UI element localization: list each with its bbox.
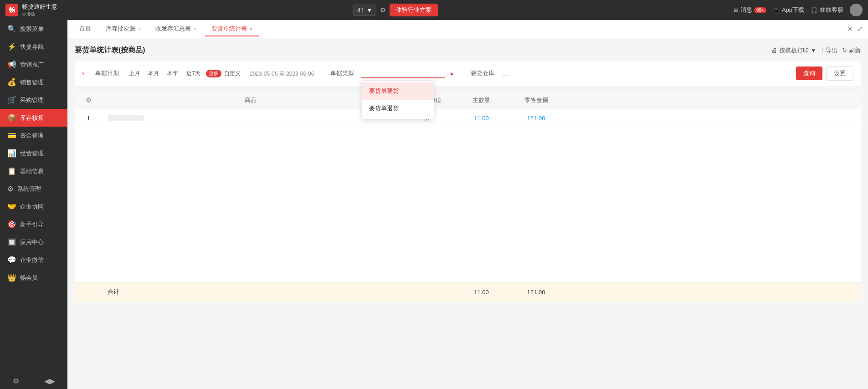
settings-button[interactable]: 设置 [826, 66, 853, 81]
topbar-gear-icon[interactable]: ⚙ [380, 6, 386, 14]
online-service-item[interactable]: 🎧 在线客服 [811, 6, 843, 14]
filter-row: › 单据日期 上月 本月 本年 近7天 更多 自定义 2023-05-06 至 … [82, 66, 853, 81]
date-btn-this-month[interactable]: 本月 [145, 69, 162, 78]
tab-首页[interactable]: 首页 [73, 22, 98, 36]
sidebar-item-库存核算[interactable]: 📦库存核算 [0, 109, 67, 127]
tab-要货单统计表[interactable]: 要货单统计表× [205, 22, 259, 36]
tab-bar: 首页库存批次账×收发存汇总表×要货单统计表× ✕ ⤢ [67, 20, 868, 38]
download-icon: 📱 [773, 7, 780, 14]
type-selector[interactable]: ▲ [361, 69, 454, 78]
sidebar-item-经营管理[interactable]: 📊经营管理 [0, 144, 67, 162]
sidebar-item-畅会员[interactable]: 👑畅会员 [0, 269, 67, 287]
trial-button[interactable]: 体验行业方案 [390, 4, 438, 16]
total-unit [400, 282, 454, 302]
tab-close-icon[interactable]: × [194, 26, 196, 31]
sidebar-item-企业微信[interactable]: 💬企业微信 [0, 251, 67, 269]
column-settings-icon[interactable]: ⚙ [86, 96, 92, 104]
th-amount: 零售金额 [509, 92, 564, 109]
sidebar-label: 经营管理 [20, 149, 44, 158]
sidebar-icon: 💳 [7, 131, 16, 140]
tab-close-icon[interactable]: × [250, 26, 252, 31]
total-row: 合计 11.00 121.00 [75, 282, 861, 302]
total-empty-1 [75, 282, 102, 302]
topbar-left: 畅 畅捷通好生意 标准版 [5, 3, 57, 17]
amount-link[interactable]: 121.00 [527, 115, 545, 122]
sidebar-item-销售管理[interactable]: 💰销售管理 [0, 73, 67, 91]
type-input[interactable] [361, 69, 445, 78]
sidebar-item-基础信息[interactable]: 📋基础信息 [0, 162, 67, 180]
date-btn-last-month[interactable]: 上月 [126, 69, 143, 78]
total-label: 合计 [102, 282, 400, 302]
cell-index: 1 [75, 109, 102, 127]
sidebar-item-系统管理[interactable]: ⚙系统管理 [0, 180, 67, 198]
date-btn-this-year[interactable]: 本年 [164, 69, 181, 78]
page-content: 要货单统计表(按商品) 🖨 按模板打印 ▼ ↑ 导出 ↻ 刷新 [67, 38, 868, 389]
type-dropdown-menu: 要货单要货 要货单退货 [361, 80, 434, 119]
topbar: 畅 畅捷通好生意 标准版 41 ▼ ⚙ 体验行业方案 ✉ 消息 99+ 📱 Ap… [0, 0, 868, 20]
warehouse-more-icon[interactable]: … [502, 69, 509, 77]
date-btn-last-7days[interactable]: 近7天 [184, 69, 203, 78]
sidebar-item-资金管理[interactable]: 💳资金管理 [0, 127, 67, 144]
sidebar-label: 系统管理 [17, 185, 41, 193]
date-range-display: 2023-05-06 至 2023-06-06 [250, 70, 314, 78]
tab-库存批次账[interactable]: 库存批次账× [99, 22, 147, 36]
tab-close-icon[interactable]: × [138, 26, 141, 31]
avatar[interactable] [850, 4, 863, 16]
tab-label: 要货单统计表 [211, 25, 247, 33]
messages-item[interactable]: ✉ 消息 99+ [734, 6, 766, 14]
sidebar-scroll: 🔍搜索菜单⚡快捷导航📢营销推广💰销售管理🛒采购管理📦库存核算💳资金管理📊经营管理… [0, 20, 67, 373]
topbar-right: ✉ 消息 99+ 📱 App下载 🎧 在线客服 [734, 4, 863, 16]
date-btn-more[interactable]: 更多 [206, 70, 221, 77]
dropdown-option-1[interactable]: 要货单要货 [362, 82, 434, 100]
type-dropdown-arrow[interactable]: ▲ [449, 70, 454, 77]
th-settings[interactable]: ⚙ [75, 92, 102, 109]
th-product: 商品 [102, 92, 400, 109]
sidebar-icon: 👑 [7, 273, 16, 282]
sidebar-icon: 🤝 [7, 202, 16, 211]
page-header: 要货单统计表(按商品) 🖨 按模板打印 ▼ ↑ 导出 ↻ 刷新 [75, 46, 861, 55]
sidebar-item-企业协同[interactable]: 🤝企业协同 [0, 198, 67, 215]
store-selector[interactable]: 41 ▼ [353, 5, 376, 16]
tab-close-all-icon[interactable]: ✕ [847, 25, 853, 33]
quantity-link[interactable]: 11.00 [474, 115, 489, 122]
print-chevron-icon: ▼ [811, 47, 817, 54]
warehouse-label: 要货仓库 [471, 69, 494, 77]
sidebar-item-快捷导航[interactable]: ⚡快捷导航 [0, 38, 67, 56]
chevron-down-icon: ▼ [366, 7, 372, 14]
table-row: 1 块 11.00 121.00 [75, 109, 861, 127]
sidebar-item-采购管理[interactable]: 🛒采购管理 [0, 91, 67, 109]
sidebar-item-新手引导[interactable]: 🎯新手引导 [0, 215, 67, 233]
sidebar-label: 新手引导 [20, 220, 44, 229]
cell-extra [564, 109, 861, 127]
date-label: 单据日期 [95, 69, 119, 77]
tab-expand-icon[interactable]: ⤢ [857, 25, 863, 33]
filter-panel: › 单据日期 上月 本月 本年 近7天 更多 自定义 2023-05-06 至 … [75, 61, 861, 86]
collapse-icon[interactable]: ◀▶ [44, 377, 55, 385]
sidebar-icon: 💬 [7, 256, 16, 264]
refresh-button[interactable]: ↻ 刷新 [842, 46, 861, 55]
expand-filter-icon[interactable]: › [82, 69, 84, 77]
sidebar-label: 资金管理 [20, 132, 44, 140]
sidebar: 🔍搜索菜单⚡快捷导航📢营销推广💰销售管理🛒采购管理📦库存核算💳资金管理📊经营管理… [0, 20, 67, 389]
tab-收发存汇总表[interactable]: 收发存汇总表× [149, 22, 203, 36]
export-button[interactable]: ↑ 导出 [821, 46, 838, 55]
query-button[interactable]: 查询 [796, 67, 822, 80]
sidebar-item-营销推广[interactable]: 📢营销推广 [0, 56, 67, 73]
sidebar-item-应用中心[interactable]: 🔲应用中心 [0, 233, 67, 251]
settings-icon[interactable]: ⚙ [13, 377, 19, 385]
sidebar-label: 基础信息 [20, 167, 44, 175]
sidebar-icon: ⚙ [7, 184, 14, 193]
tab-label: 库存批次账 [106, 25, 135, 33]
data-table: ⚙ 商品 主计量单位 主数量 零售金额 1 块 11.00 [75, 92, 861, 302]
sidebar-label: 应用中心 [20, 238, 44, 246]
warehouse-selector[interactable]: … [502, 69, 509, 77]
dropdown-option-2[interactable]: 要货单退货 [362, 100, 434, 117]
date-btn-custom[interactable]: 自定义 [224, 70, 241, 77]
content-area: 首页库存批次账×收发存汇总表×要货单统计表× ✕ ⤢ 要货单统计表(按商品) 🖨… [67, 20, 868, 389]
app-logo: 畅 [5, 4, 18, 16]
print-button[interactable]: 🖨 按模板打印 ▼ [771, 46, 817, 55]
sidebar-item-搜索菜单[interactable]: 🔍搜索菜单 [0, 20, 67, 38]
app-download-item[interactable]: 📱 App下载 [773, 6, 804, 14]
product-placeholder [108, 115, 144, 121]
total-amount: 121.00 [509, 282, 564, 302]
